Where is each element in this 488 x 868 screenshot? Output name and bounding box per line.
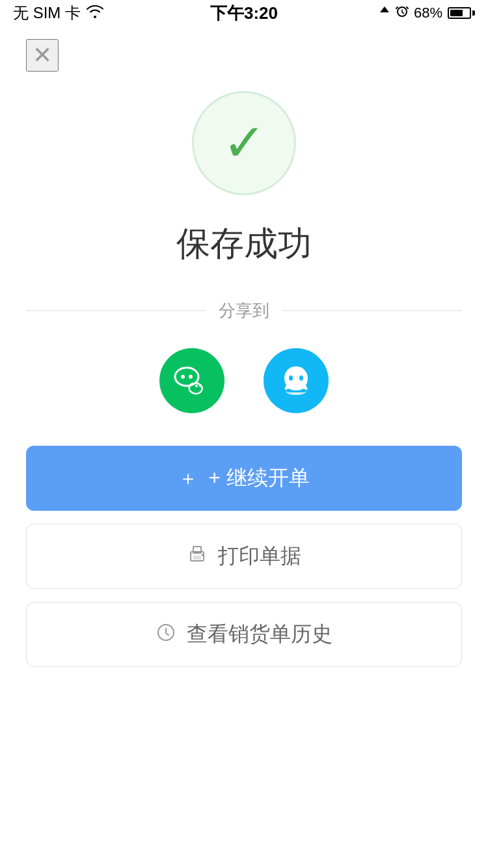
wechat-share-button[interactable] (159, 348, 224, 413)
close-button[interactable]: ✕ (26, 39, 59, 72)
divider-left (26, 310, 206, 311)
success-circle: ✓ (192, 91, 296, 195)
close-icon: ✕ (33, 44, 52, 67)
svg-rect-10 (193, 556, 201, 560)
status-left: 无 SIM 卡 (13, 3, 104, 23)
qq-share-button[interactable] (264, 348, 329, 413)
svg-point-3 (189, 375, 193, 379)
continue-order-label: + 继续开单 (208, 464, 310, 493)
svg-point-4 (195, 385, 198, 387)
print-icon (187, 544, 208, 569)
svg-point-2 (181, 375, 185, 379)
plus-icon: ＋ (178, 465, 198, 492)
qq-icon (277, 361, 316, 400)
svg-point-5 (199, 385, 202, 387)
status-bar: 无 SIM 卡 下午3:20 68% (0, 0, 488, 26)
svg-point-7 (299, 375, 303, 381)
success-title: 保存成功 (176, 221, 312, 267)
main-content: ✕ ✓ 保存成功 分享到 (0, 26, 488, 868)
share-label: 分享到 (219, 299, 269, 322)
time-display: 下午3:20 (210, 2, 278, 25)
checkmark-icon: ✓ (223, 117, 266, 169)
share-section: 分享到 (26, 299, 462, 413)
battery-percent: 68% (414, 5, 442, 21)
no-sim-label: 无 SIM 卡 (13, 3, 81, 23)
location-icon (379, 5, 390, 21)
wechat-icon (172, 361, 211, 400)
divider-right (282, 310, 462, 311)
battery-icon (448, 7, 475, 19)
share-icons-row (26, 348, 462, 413)
print-button[interactable]: 打印单据 (26, 524, 462, 589)
history-button[interactable]: 查看销货单历史 (26, 602, 462, 667)
action-buttons: ＋ + 继续开单 打印单据 查看销货单历史 (26, 446, 462, 667)
share-divider: 分享到 (26, 299, 462, 322)
svg-point-6 (289, 375, 293, 381)
alarm-icon (396, 5, 409, 21)
history-label: 查看销货单历史 (187, 620, 332, 649)
status-right: 68% (379, 5, 475, 21)
print-label: 打印单据 (218, 542, 301, 571)
wifi-icon (86, 4, 104, 22)
continue-order-button[interactable]: ＋ + 继续开单 (26, 446, 462, 511)
svg-point-11 (202, 554, 204, 556)
history-icon (156, 622, 176, 647)
